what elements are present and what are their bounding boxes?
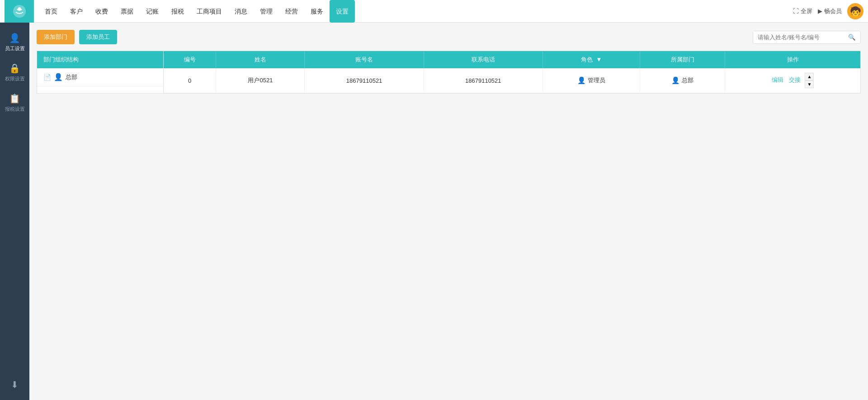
role-person-icon: 👤: [577, 76, 586, 85]
table-area: 部门组织结构 📄 👤 总部 编号 姓名 账号名 联系电话: [37, 51, 861, 94]
col-account: 账号名: [305, 51, 424, 68]
filter-icon[interactable]: ▼: [596, 56, 602, 63]
scroll-down-btn[interactable]: ▼: [805, 80, 814, 88]
nav-tax[interactable]: 报税: [165, 0, 190, 23]
search-input[interactable]: [753, 31, 844, 43]
lock-icon: 🔒: [9, 63, 20, 74]
cell-phone: 18679110521: [424, 68, 542, 93]
sidebar-bottom: ⬇: [11, 374, 19, 400]
add-emp-button[interactable]: 添加员工: [79, 30, 117, 44]
col-role: 角色 ▼: [542, 51, 640, 68]
cell-id: 0: [164, 68, 216, 93]
nav-commerce[interactable]: 工商项目: [190, 0, 228, 23]
cell-account: 18679110521: [305, 68, 424, 93]
download-icon: ⬇: [11, 379, 19, 390]
avatar[interactable]: 🧒: [847, 3, 863, 19]
col-dept: 所属部门: [640, 51, 725, 68]
sidebar-item-permission[interactable]: 🔒 权限设置: [0, 57, 29, 88]
sidebar-employee-label: 员工设置: [5, 45, 25, 52]
video-icon: ▶: [818, 8, 822, 14]
scroll-up-btn[interactable]: ▲: [805, 73, 814, 80]
nav-home[interactable]: 首页: [38, 0, 64, 23]
top-nav: 首页 客户 收费 票据 记账 报税 工商项目 消息 管理 经营 服务 设置 ⛶ …: [0, 0, 868, 23]
nav-manage[interactable]: 管理: [254, 0, 279, 23]
fullscreen-label: 全屏: [801, 7, 812, 15]
toolbar: 添加部门 添加员工 🔍: [37, 30, 861, 44]
member-button[interactable]: ▶ 畅会员: [818, 7, 842, 15]
org-item-root-label: 总部: [66, 73, 77, 81]
cell-role: 👤 管理员: [542, 68, 640, 93]
emp-table: 编号 姓名 账号名 联系电话 角色 ▼ 所属部门 操作: [164, 51, 860, 93]
edit-link[interactable]: 编辑: [772, 76, 783, 83]
nav-customer[interactable]: 客户: [64, 0, 89, 23]
sidebar-item-employee[interactable]: 👤 员工设置: [0, 27, 29, 57]
svg-point-0: [18, 7, 21, 10]
fullscreen-icon: ⛶: [793, 8, 799, 14]
search-button[interactable]: 🔍: [844, 31, 860, 43]
nav-right: ⛶ 全屏 ▶ 畅会员 🧒: [793, 3, 863, 19]
layout: 👤 员工设置 🔒 权限设置 📋 报税设置 ⬇ 添加部门 添加员工 🔍: [0, 23, 868, 400]
nav-invoice[interactable]: 票据: [114, 0, 140, 23]
tax-settings-icon: 📋: [9, 93, 20, 104]
nav-service[interactable]: 服务: [304, 0, 330, 23]
nav-message[interactable]: 消息: [228, 0, 254, 23]
employee-icon: 👤: [9, 33, 20, 43]
col-id: 编号: [164, 51, 216, 68]
main-content: 添加部门 添加员工 🔍 部门组织结构 📄 👤 总部: [29, 23, 868, 400]
cell-dept: 👤 总部: [640, 68, 725, 93]
role-label: 管理员: [588, 76, 605, 85]
nav-billing[interactable]: 收费: [89, 0, 114, 23]
file-icon: 📄: [43, 74, 51, 81]
sidebar-item-tax-settings[interactable]: 📋 报税设置: [0, 88, 29, 118]
nav-settings[interactable]: 设置: [330, 0, 355, 23]
dept-person-icon: 👤: [671, 76, 680, 85]
add-dept-button[interactable]: 添加部门: [37, 30, 75, 44]
transfer-link[interactable]: 交接: [789, 76, 801, 83]
cell-name: 用户0521: [216, 68, 305, 93]
org-header: 部门组织结构: [37, 51, 163, 68]
nav-operation[interactable]: 经营: [279, 0, 304, 23]
sidebar-permission-label: 权限设置: [5, 75, 25, 82]
table-row: 0 用户0521 18679110521 18679110521 👤 管理员: [164, 68, 860, 93]
org-panel: 部门组织结构 📄 👤 总部: [37, 51, 164, 93]
org-item-root[interactable]: 📄 👤 总部: [37, 68, 163, 86]
nav-menu: 首页 客户 收费 票据 记账 报税 工商项目 消息 管理 经营 服务 设置: [38, 0, 793, 23]
person-icon: 👤: [54, 73, 63, 81]
search-box: 🔍: [753, 31, 861, 44]
cell-actions: 编辑 交接 ▲ ▼: [725, 68, 860, 93]
sidebar-tax-label: 报税设置: [5, 106, 25, 113]
col-name: 姓名: [216, 51, 305, 68]
dept-label: 总部: [682, 76, 693, 85]
col-actions: 操作: [725, 51, 860, 68]
sidebar: 👤 员工设置 🔒 权限设置 📋 报税设置 ⬇: [0, 23, 29, 400]
fullscreen-button[interactable]: ⛶ 全屏: [793, 7, 812, 15]
member-label: 畅会员: [824, 7, 842, 15]
col-phone: 联系电话: [424, 51, 542, 68]
nav-accounting[interactable]: 记账: [140, 0, 165, 23]
logo: [5, 0, 34, 23]
sidebar-download[interactable]: ⬇: [11, 374, 19, 395]
